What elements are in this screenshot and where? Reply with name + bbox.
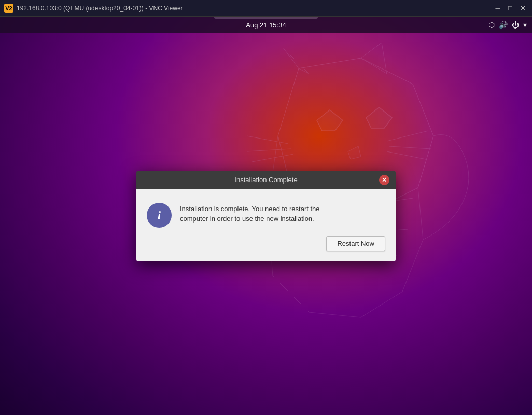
ubuntu-desktop: Aug 21 15:34 ⬡ 🔊 ⏻ ▾ Installation Comple… <box>0 17 532 415</box>
titlebar-title: 192.168.0.103:0 (QEMU (udesktop20_04-01)… <box>17 5 183 12</box>
titlebar-controls: ─ □ ✕ <box>493 3 528 13</box>
dialog-close-button[interactable]: ✕ <box>379 175 389 185</box>
maximize-button[interactable]: □ <box>505 3 515 13</box>
dialog-content-row: i Installation is complete. You need to … <box>147 202 385 228</box>
dialog-overlay: Installation Complete ✕ i Installation i… <box>0 17 532 415</box>
minimize-button[interactable]: ─ <box>493 3 503 13</box>
restart-now-button[interactable]: Restart Now <box>326 236 385 251</box>
dialog-body: i Installation is complete. You need to … <box>136 189 396 261</box>
dialog-title: Installation Complete <box>153 176 379 184</box>
dialog-info-icon: i <box>147 203 172 228</box>
installation-complete-dialog: Installation Complete ✕ i Installation i… <box>136 171 396 261</box>
vnc-logo: V2 <box>4 4 13 13</box>
titlebar-left: V2 192.168.0.103:0 (QEMU (udesktop20_04-… <box>4 4 183 13</box>
close-window-button[interactable]: ✕ <box>517 3 528 13</box>
dialog-actions: Restart Now <box>147 236 385 251</box>
dialog-titlebar: Installation Complete ✕ <box>136 171 396 189</box>
vnc-titlebar: V2 192.168.0.103:0 (QEMU (udesktop20_04-… <box>0 0 532 17</box>
dialog-message: Installation is complete. You need to re… <box>180 202 320 224</box>
